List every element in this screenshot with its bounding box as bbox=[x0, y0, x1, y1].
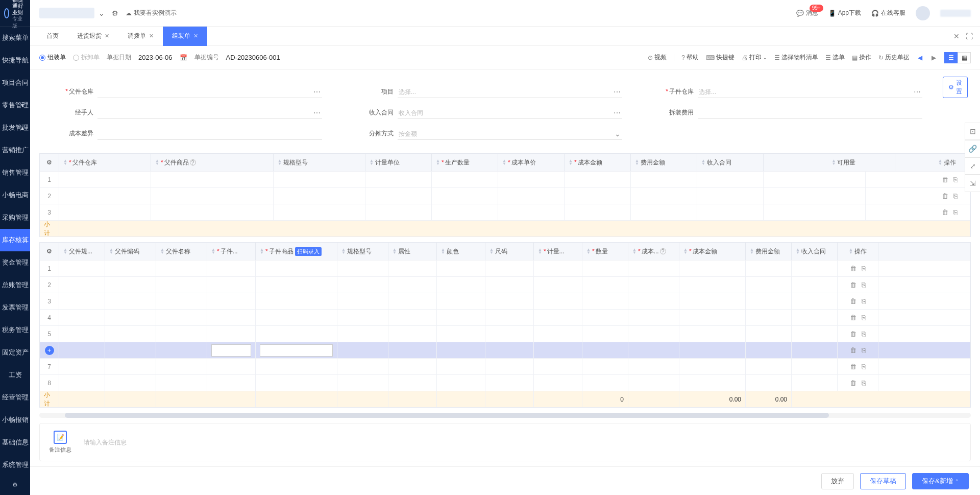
delete-icon[interactable]: 🗑 bbox=[850, 346, 856, 354]
sidebar-item[interactable]: 零售管理▼ bbox=[0, 94, 30, 116]
messages-link[interactable]: 💬 消息 99+ bbox=[796, 9, 818, 17]
sidebar-item[interactable]: 资金管理 bbox=[0, 251, 30, 274]
delete-icon[interactable]: 🗑 bbox=[850, 297, 856, 305]
more-icon[interactable]: ⋯ bbox=[914, 88, 921, 96]
copy-icon[interactable]: ⎘ bbox=[862, 265, 866, 272]
column-header[interactable]: ▲▼操作 bbox=[924, 154, 970, 171]
avatar[interactable] bbox=[916, 6, 930, 20]
table-row[interactable]: 3🗑⎘ bbox=[40, 293, 970, 309]
column-header[interactable]: ▲▼*生产数量 bbox=[432, 154, 498, 171]
allocate-method-select[interactable] bbox=[398, 128, 622, 140]
sidebar-item[interactable]: 固定资产 bbox=[0, 341, 30, 364]
sidebar-item[interactable]: 总账管理 bbox=[0, 274, 30, 296]
sidebar-item[interactable]: 系统管理 bbox=[0, 454, 30, 475]
tab[interactable]: 调拨单✕ bbox=[118, 27, 163, 46]
column-header[interactable]: ▲▼计量单位 bbox=[365, 154, 432, 171]
sidebar-item[interactable]: 小畅电商 bbox=[0, 184, 30, 206]
table-row[interactable]: 5🗑⎘ bbox=[40, 325, 970, 342]
table-row[interactable]: 1🗑⎘ bbox=[40, 260, 970, 276]
assembly-fee-input[interactable] bbox=[698, 107, 922, 119]
select-order-link[interactable]: ☰选单 bbox=[825, 53, 845, 62]
column-header[interactable]: ▲▼规格型号 bbox=[274, 154, 365, 171]
column-header[interactable]: ▲▼*成本单价 bbox=[498, 154, 565, 171]
close-icon[interactable]: ✕ bbox=[105, 33, 109, 39]
column-header[interactable]: ▲▼父件规... bbox=[59, 243, 105, 260]
remarks-input[interactable] bbox=[84, 439, 961, 446]
table-row[interactable]: 3🗑⎘ bbox=[40, 204, 970, 220]
handler-input[interactable] bbox=[97, 107, 322, 119]
sidebar-item[interactable]: 税务管理 bbox=[0, 319, 30, 341]
tab[interactable]: 进货退货✕ bbox=[68, 27, 118, 46]
table-settings-icon[interactable]: ⚙ bbox=[40, 154, 59, 171]
table-row[interactable]: 1🗑⎘ bbox=[40, 171, 970, 187]
tab[interactable]: 首页 bbox=[37, 27, 68, 46]
column-header[interactable]: ▲▼费用金额 bbox=[631, 154, 697, 171]
column-header[interactable]: ▲▼收入合同 bbox=[697, 154, 764, 171]
copy-icon[interactable]: ⎘ bbox=[862, 297, 866, 305]
online-service-link[interactable]: 🎧 在线客服 bbox=[871, 9, 905, 17]
more-icon[interactable]: ⋯ bbox=[614, 109, 621, 117]
close-icon[interactable]: ✕ bbox=[149, 33, 154, 39]
cell-input[interactable] bbox=[211, 344, 251, 357]
sidebar-item[interactable]: 发票管理 bbox=[0, 296, 30, 319]
prev-doc-icon[interactable]: ◀ bbox=[917, 54, 923, 61]
delete-icon[interactable]: 🗑 bbox=[942, 192, 948, 200]
sidebar-item[interactable]: 批发管理▲ bbox=[0, 116, 30, 139]
column-header[interactable]: ▲▼*计量... bbox=[534, 243, 582, 260]
tab[interactable]: 组装单✕ bbox=[163, 27, 207, 46]
sidebar-item[interactable]: 快捷导航 bbox=[0, 49, 30, 72]
copy-icon[interactable]: ⎘ bbox=[862, 346, 866, 354]
settings-gear[interactable]: ⚙ bbox=[0, 475, 30, 495]
copy-icon[interactable]: ⎘ bbox=[862, 379, 866, 387]
rail-help-button[interactable]: ⊡ bbox=[965, 123, 980, 140]
org-selector[interactable]: ⌄ bbox=[39, 8, 105, 18]
column-header[interactable]: ▲▼费用金额 bbox=[746, 243, 792, 260]
delete-icon[interactable]: 🗑 bbox=[850, 330, 856, 338]
column-header[interactable]: ▲▼规格型号 bbox=[337, 243, 388, 260]
copy-icon[interactable]: ⎘ bbox=[862, 314, 866, 321]
select-material-link[interactable]: ☰选择物料清单 bbox=[774, 53, 818, 62]
horizontal-scrollbar[interactable] bbox=[39, 413, 971, 418]
help-link[interactable]: ?帮助 bbox=[681, 53, 699, 62]
cost-diff-input[interactable] bbox=[97, 128, 322, 140]
copy-icon[interactable]: ⎘ bbox=[953, 192, 958, 200]
history-link[interactable]: ↻历史单据 bbox=[878, 53, 910, 62]
more-icon[interactable]: ⋯ bbox=[313, 88, 321, 96]
add-row-button[interactable]: + bbox=[45, 346, 54, 355]
chevron-down-icon[interactable]: ⌄ bbox=[615, 130, 621, 138]
column-header[interactable]: ▲▼*父件商品? bbox=[151, 154, 274, 171]
child-warehouse-input[interactable] bbox=[698, 86, 922, 98]
table-settings-icon[interactable]: ⚙ bbox=[40, 243, 59, 260]
delete-icon[interactable]: 🗑 bbox=[942, 208, 948, 216]
copy-icon[interactable]: ⎘ bbox=[862, 330, 866, 338]
view-card-button[interactable]: ▦ bbox=[958, 52, 971, 63]
rail-attachment-button[interactable]: 🔗 bbox=[965, 140, 980, 157]
column-header[interactable]: ▲▼操作 bbox=[838, 243, 878, 260]
shortcut-link[interactable]: ⌨快捷键 bbox=[706, 53, 734, 62]
app-download-link[interactable]: 📱 App下载 bbox=[828, 9, 861, 17]
column-header[interactable]: ▲▼*成本金额 bbox=[565, 154, 631, 171]
rail-expand-button[interactable]: ⤢ bbox=[965, 157, 980, 175]
column-header[interactable]: ▲▼尺码 bbox=[485, 243, 534, 260]
column-header[interactable]: ▲▼*成本...? bbox=[628, 243, 679, 260]
table-row[interactable]: 7🗑⎘ bbox=[40, 358, 970, 374]
radio-dismantle[interactable]: 拆卸单 bbox=[73, 53, 100, 62]
copy-icon[interactable]: ⎘ bbox=[953, 176, 958, 183]
column-header[interactable]: ▲▼父件编码 bbox=[105, 243, 156, 260]
settings-button[interactable]: ⚙设置 bbox=[943, 77, 968, 98]
column-header[interactable]: ▲▼父件名称 bbox=[156, 243, 207, 260]
more-icon[interactable]: ⋯ bbox=[313, 109, 321, 117]
copy-icon[interactable]: ⎘ bbox=[862, 281, 866, 289]
save-new-button[interactable]: 保存&新增⌃ bbox=[912, 473, 969, 489]
column-header[interactable]: ▲▼属性 bbox=[388, 243, 437, 260]
operate-link[interactable]: ▦操作 bbox=[852, 53, 871, 62]
gear-icon[interactable]: ⚙ bbox=[112, 9, 118, 17]
table-row[interactable]: 2🗑⎘ bbox=[40, 276, 970, 293]
next-doc-icon[interactable]: ▶ bbox=[930, 54, 937, 61]
print-link[interactable]: 🖨打印⌄ bbox=[742, 53, 767, 62]
calendar-icon[interactable]: 📅 bbox=[180, 54, 187, 61]
copy-icon[interactable]: ⎘ bbox=[862, 363, 866, 370]
delete-icon[interactable]: 🗑 bbox=[850, 314, 856, 321]
discard-button[interactable]: 放弃 bbox=[821, 473, 854, 489]
sidebar-item[interactable]: 项目合同 bbox=[0, 72, 30, 94]
